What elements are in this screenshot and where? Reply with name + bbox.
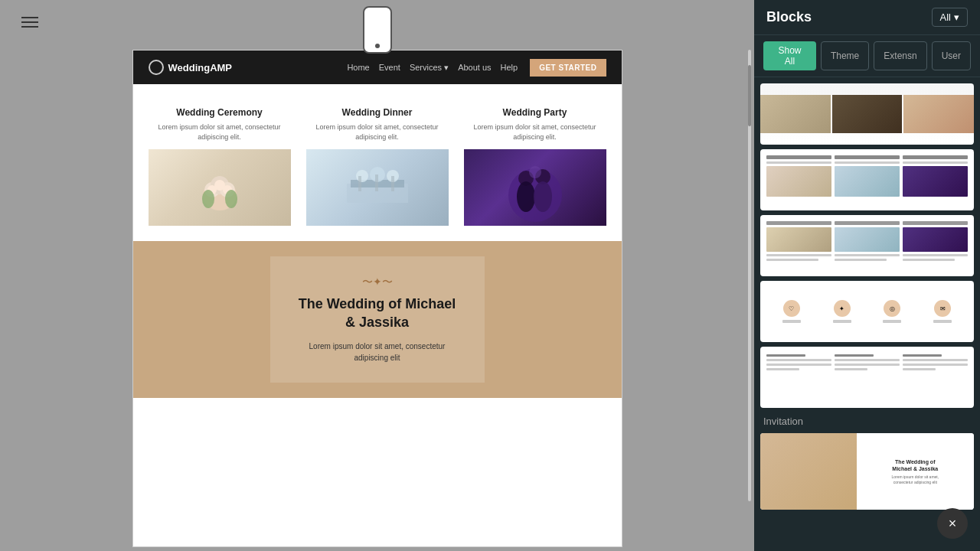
scroll-indicator — [748, 50, 751, 501]
thumb-img-3-3 — [903, 227, 968, 252]
thumb-line-3 — [766, 364, 831, 366]
thumb-inv-bg — [760, 433, 857, 510]
invitation-section: 〜✦〜 The Wedding of Michael & Jassika Lor… — [133, 241, 622, 398]
thumb-img-table — [835, 166, 900, 197]
tab-user[interactable]: User — [932, 41, 971, 70]
thumb-icon-text-4 — [933, 320, 952, 323]
svg-point-21 — [534, 181, 552, 212]
thumb-col-2 — [835, 354, 900, 400]
scroll-thumb — [748, 65, 751, 126]
thumb-icon-1: ♡ — [782, 300, 801, 323]
thumb-card-3-3 — [903, 221, 968, 261]
thumb-line-5 — [835, 354, 874, 357]
svg-point-22 — [529, 166, 541, 178]
thumb-img-3-2 — [835, 227, 900, 252]
thumb-label-1 — [766, 155, 831, 159]
thumb-line-1 — [766, 354, 805, 357]
card-party-desc: Lorem ipsum dolor sit amet, consectetur … — [464, 122, 606, 142]
nav-help[interactable]: Help — [501, 63, 518, 72]
svg-point-7 — [202, 190, 214, 208]
card-dinner-image — [306, 149, 449, 226]
svg-point-11 — [356, 170, 368, 182]
invitation-section-label: Invitation — [760, 412, 974, 429]
thumb-img-couple — [903, 166, 968, 197]
thumb-icons: ♡ ✦ ◎ ✉ — [760, 281, 974, 342]
thumb-line-4 — [766, 368, 799, 370]
card-ceremony-title: Wedding Ceremony — [176, 107, 262, 118]
thumb-text-3-3 — [835, 254, 900, 256]
card-party-image — [464, 149, 606, 226]
thumb-icon-circle-2: ✦ — [834, 300, 851, 317]
tab-theme[interactable]: Theme — [821, 41, 869, 70]
card-ceremony-image — [149, 149, 291, 226]
cta-button[interactable]: GET STARTED — [530, 59, 606, 77]
block-preview-2[interactable] — [760, 149, 974, 210]
sidebar-blocks-list: ♡ ✦ ◎ ✉ — [754, 77, 980, 551]
thumb-label-3-2 — [835, 221, 900, 225]
block-preview-3[interactable] — [760, 215, 974, 276]
thumb-label-3-1 — [766, 221, 831, 225]
thumb-inv-text: Lorem ipsum dolor sit amet,consectetur a… — [891, 474, 939, 484]
cards-section: Wedding Ceremony Lorem ipsum dolor sit a… — [133, 84, 622, 241]
thumb-card-3-1 — [766, 221, 831, 261]
thumb-text-3-6 — [903, 259, 955, 261]
hamburger-menu[interactable] — [21, 17, 38, 28]
svg-rect-16 — [391, 176, 394, 191]
block-preview-1[interactable] — [760, 83, 974, 145]
close-icon: × — [949, 516, 957, 532]
sidebar: Blocks All ▾ Show All Theme Extensn User — [754, 0, 980, 551]
thumb-label-3-3 — [903, 221, 968, 225]
invitation-card: 〜✦〜 The Wedding of Michael & Jassika Lor… — [270, 256, 485, 383]
svg-rect-14 — [358, 176, 361, 191]
tab-extension[interactable]: Extensn — [874, 41, 926, 70]
sidebar-header: Blocks All ▾ — [754, 0, 980, 35]
thumb-text-2 — [835, 161, 900, 164]
thumb-icon-circle-1: ♡ — [783, 300, 800, 317]
tab-show-all[interactable]: Show All — [763, 41, 816, 70]
thumb-inv-title: The Wedding ofMichael & Jassika — [892, 458, 938, 472]
thumb-icon-text-2 — [833, 320, 851, 323]
thumb-text-3-5 — [903, 254, 968, 256]
thumb-label-3 — [903, 155, 968, 159]
nav-services[interactable]: Services ▾ — [410, 63, 449, 73]
thumb-top-images — [760, 95, 974, 133]
thumb-icon-circle-4: ✉ — [934, 300, 951, 317]
thumb-col-3 — [903, 354, 968, 400]
thumb-mini-cards-2 — [760, 149, 974, 210]
block-preview-4[interactable]: ♡ ✦ ◎ ✉ — [760, 281, 974, 342]
nav-home[interactable]: Home — [347, 63, 369, 72]
thumb-line-6 — [835, 359, 900, 361]
thumb-line-2 — [766, 359, 831, 361]
block-preview-invitation[interactable]: The Wedding ofMichael & Jassika Lorem ip… — [760, 433, 974, 510]
thumb-icon-text-1 — [782, 320, 801, 323]
brand-logo: WeddingAMP — [149, 60, 233, 75]
sidebar-title: Blocks — [766, 9, 812, 25]
nav-event[interactable]: Event — [379, 63, 400, 72]
thumb-1 — [760, 83, 974, 145]
card-party-title: Wedding Party — [503, 107, 567, 118]
table-illustration — [343, 161, 412, 214]
card-dinner-title: Wedding Dinner — [342, 107, 413, 118]
chevron-down-icon: ▾ — [954, 11, 959, 23]
ring-icon — [149, 60, 164, 75]
card-ceremony: Wedding Ceremony Lorem ipsum dolor sit a… — [149, 107, 291, 226]
all-dropdown[interactable]: All ▾ — [932, 8, 968, 27]
thumb-card-3 — [903, 155, 968, 197]
thumb-icon-2: ✦ — [833, 300, 851, 323]
invitation-body: Lorem ipsum dolor sit amet, consectetur … — [293, 341, 462, 364]
close-button[interactable]: × — [937, 508, 968, 539]
brand-name: WeddingAMP — [168, 62, 233, 73]
thumb-text-3 — [903, 161, 968, 164]
thumb-line-7 — [835, 364, 900, 366]
nav-about[interactable]: About us — [458, 63, 491, 72]
thumb-label-2 — [835, 155, 900, 159]
svg-rect-15 — [375, 174, 378, 191]
nav-links: Home Event Services ▾ About us Help — [347, 63, 518, 73]
bouquet-illustration — [193, 161, 247, 214]
thumb-line-11 — [903, 364, 968, 366]
couple-illustration — [501, 149, 570, 226]
block-preview-5[interactable] — [760, 347, 974, 408]
thumb-card-2 — [835, 155, 900, 197]
thumb-img-1 — [760, 95, 831, 133]
thumb-card-1 — [766, 155, 831, 197]
